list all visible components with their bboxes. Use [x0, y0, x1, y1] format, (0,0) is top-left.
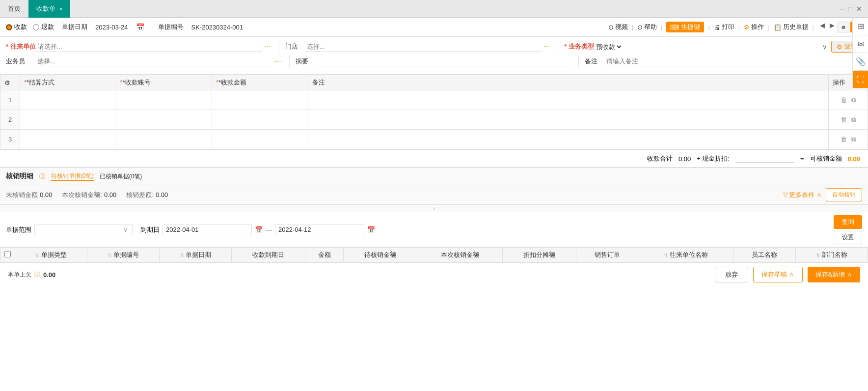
chevron-divider: ∨ — [0, 205, 868, 212]
save-new-button[interactable]: 保存&新增 ∧ — [808, 267, 860, 282]
done-tab[interactable]: 已核销单据(0笔) — [100, 172, 142, 181]
date-from-input[interactable] — [163, 224, 252, 235]
more-filter-btn[interactable]: ▽ 更多条件 ∧ — [783, 191, 822, 199]
discount-input[interactable] — [735, 155, 794, 163]
row-3-account[interactable] — [116, 130, 212, 149]
operation-action[interactable]: ⚙ 操作 — [744, 23, 764, 31]
date-calendar-icon-to[interactable]: 📅 — [367, 226, 375, 233]
note-input[interactable] — [604, 56, 862, 66]
shortcut-action[interactable]: ⌨ 快捷键 — [666, 22, 704, 32]
store-input[interactable] — [305, 42, 542, 52]
row-3-delete-icon[interactable]: 🗑 — [841, 136, 847, 143]
filter-settings-button[interactable]: 设置 — [834, 231, 862, 244]
uncanceled-stat: 未核销金额 0.00 — [6, 191, 52, 199]
date-to-input[interactable] — [275, 224, 364, 235]
select-all-checkbox[interactable] — [4, 251, 11, 257]
discount-label: + 现金折扣: — [697, 154, 730, 163]
col-sales-order: 销售订单 — [576, 248, 638, 262]
row-2-copy-icon[interactable]: ⧉ — [851, 116, 856, 123]
col-doc-date: ⇅ 单据日期 — [159, 248, 231, 262]
summary-input[interactable] — [315, 56, 573, 66]
footer-right: 放弃 保存草稿 ∧ 保存&新增 ∧ — [715, 267, 860, 282]
row-3-note[interactable] — [308, 130, 828, 149]
footer-info-icon[interactable]: ⓘ — [34, 271, 40, 279]
row-1-account[interactable] — [116, 90, 212, 110]
date-range-dash: — — [266, 226, 272, 233]
col-doc-type: ⇅ 单据类型 — [15, 248, 87, 262]
row-3-settlement[interactable] — [20, 130, 116, 149]
row-1-amount[interactable] — [212, 90, 308, 110]
operation-icon: ⚙ — [744, 24, 750, 31]
row-2-num: 2 — [0, 110, 20, 130]
pending-tab[interactable]: 待核销单据(0笔) — [51, 172, 94, 181]
row-2-account[interactable] — [116, 110, 212, 130]
row-1-note[interactable] — [308, 90, 828, 110]
uncanceled-value: 0.00 — [40, 191, 52, 198]
salesman-input[interactable] — [35, 56, 272, 66]
print-label: 打印 — [722, 23, 734, 31]
counterpart-label: * 往来单位 — [6, 42, 36, 51]
business-type-label: * 业务类型 — [564, 42, 594, 51]
tab-receipt-close[interactable]: × — [59, 6, 62, 12]
store-more-icon[interactable]: ··· — [542, 42, 552, 51]
counterpart-more-icon[interactable]: ··· — [262, 42, 272, 51]
counterpart-input[interactable] — [36, 42, 263, 52]
radio-receipt[interactable]: 收款 — [6, 23, 27, 31]
history-action[interactable]: 📋 历史单据 — [774, 23, 809, 31]
range-select[interactable]: ∨ — [34, 224, 133, 235]
abandon-button[interactable]: 放弃 — [715, 267, 748, 282]
auto-cancel-btn[interactable]: 自动核销 — [826, 188, 862, 201]
verification-section: 核销明细 ⓘ 待核销单据(0笔) 已核销单据(0笔) 未核销金额 0.00 本次… — [0, 167, 868, 262]
row-2-settlement[interactable] — [20, 110, 116, 130]
save-draft-button[interactable]: 保存草稿 ∧ — [753, 267, 803, 282]
col-note: 备注 — [308, 75, 828, 90]
row-2-amount[interactable] — [212, 110, 308, 130]
row-3-num: 3 — [0, 130, 20, 149]
query-button[interactable]: 查询 — [834, 215, 862, 229]
row-2-note[interactable] — [308, 110, 828, 130]
diff-value: 0.00 — [156, 191, 168, 198]
row-1-delete-icon[interactable]: 🗑 — [841, 96, 847, 104]
close-btn[interactable]: ✕ — [856, 5, 862, 13]
diff-label: 核销差额: — [126, 191, 154, 199]
toolbar-right: ⊙ 视频 | ⊙ 帮助 | ⌨ 快捷键 | 🖨 打印 | ⚙ 操作 — [608, 22, 862, 32]
history-icon: 📋 — [774, 24, 782, 31]
row-1-settlement[interactable] — [20, 90, 116, 110]
next-arrow[interactable]: ▶ — [828, 22, 837, 32]
verification-info-icon[interactable]: ⓘ — [39, 172, 45, 181]
radio-refund-label: 退款 — [41, 23, 54, 31]
maximize-btn[interactable]: □ — [848, 5, 852, 13]
divider-2 — [558, 41, 558, 53]
business-type-select[interactable]: 预收款 应收款 — [594, 43, 623, 51]
prev-arrow[interactable]: ◀ — [818, 22, 827, 32]
row-3-copy-icon[interactable]: ⧉ — [851, 136, 856, 143]
settings-gear-icon: ⚙ — [837, 43, 842, 51]
row-1-copy-icon[interactable]: ⧉ — [851, 96, 856, 104]
sidebar-email-icon[interactable]: ✉ — [853, 35, 868, 53]
tab-receipt[interactable]: 收款单 × — [28, 0, 70, 18]
print-action[interactable]: 🖨 打印 — [714, 23, 734, 31]
row-3-amount[interactable] — [212, 130, 308, 149]
radio-refund[interactable]: 退款 — [33, 23, 54, 31]
help-label: 帮助 — [644, 23, 657, 31]
help-action[interactable]: ⊙ 帮助 — [637, 23, 657, 31]
keyboard-icon: ⌨ — [670, 24, 679, 31]
row-2-delete-icon[interactable]: 🗑 — [841, 116, 847, 123]
col-discount-share: 折扣分摊额 — [503, 248, 576, 262]
sidebar-expand-icon[interactable]: ⛶ — [853, 71, 868, 88]
print-icon: 🖨 — [714, 24, 720, 31]
divider-3 — [289, 56, 290, 67]
salesman-more-icon[interactable]: ··· — [272, 57, 283, 66]
col-gear[interactable]: ⚙ — [0, 75, 20, 90]
list-view-btn[interactable]: ≡ — [838, 22, 849, 32]
sidebar-table-icon[interactable]: ⊞ — [853, 18, 868, 35]
net-label: 可核销金额 — [810, 154, 842, 163]
radio-receipt-label: 收款 — [14, 23, 27, 31]
date-picker-icon[interactable]: 📅 — [136, 23, 144, 31]
date-calendar-icon-from[interactable]: 📅 — [255, 226, 263, 233]
date-label: 单据日期 — [62, 23, 87, 31]
video-action[interactable]: ⊙ 视频 — [608, 23, 628, 31]
minimize-btn[interactable]: ─ — [840, 5, 844, 13]
tab-home[interactable]: 首页 — [0, 0, 28, 18]
sidebar-clip-icon[interactable]: 📎 — [853, 53, 868, 71]
